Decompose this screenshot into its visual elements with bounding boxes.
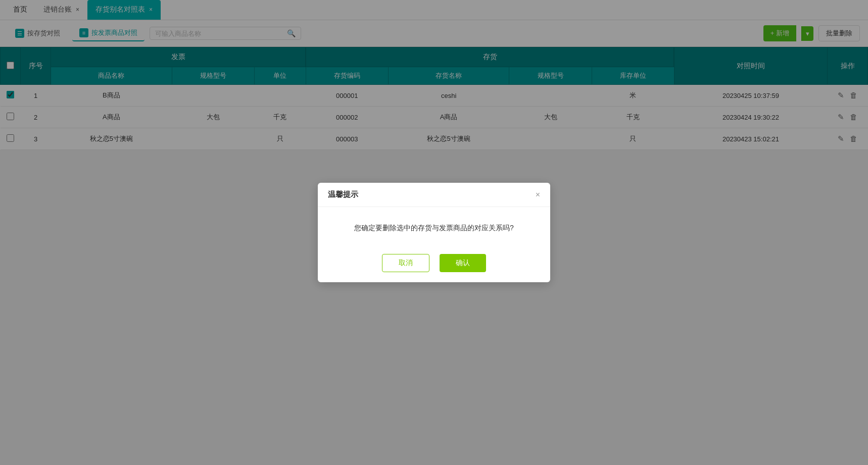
modal-overlay: 温馨提示 × 您确定要删除选中的存货与发票商品的对应关系吗? 取消 确认 <box>0 0 868 150</box>
